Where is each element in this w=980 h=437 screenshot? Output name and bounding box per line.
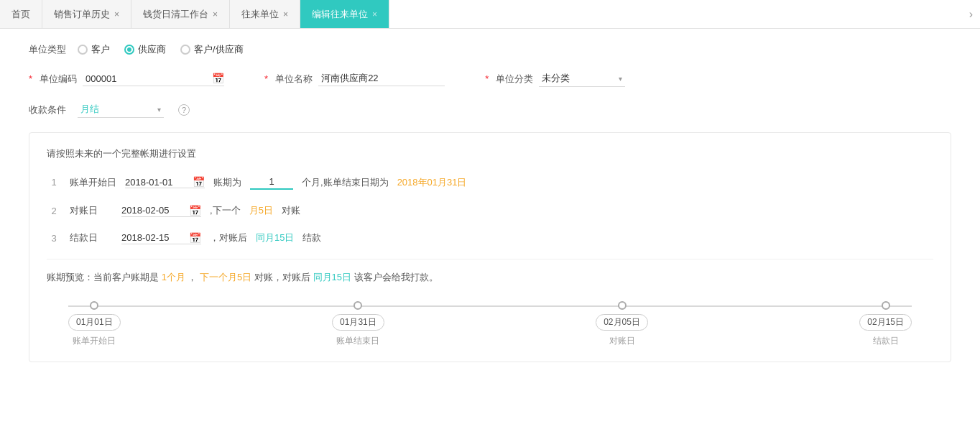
end-date-1: 2018年01月31日 — [397, 176, 467, 189]
node-label-1: 账单结束日 — [336, 335, 379, 347]
data-row-2: 2 对账日 📅 ,下一个 月5日 对账 — [47, 204, 933, 217]
chevron-down-icon-payment: ▾ — [157, 106, 161, 114]
tab-home[interactable]: 首页 — [0, 0, 42, 28]
desc-suffix-3: 结款 — [302, 231, 321, 244]
help-icon[interactable]: ? — [178, 104, 190, 116]
node-dot-0 — [90, 301, 98, 310]
close-icon[interactable]: × — [372, 9, 377, 19]
timeline-node-0: 01月01日 账单开始日 — [68, 301, 121, 347]
end-label-1: 个月,账单结束日期为 — [302, 176, 389, 189]
unit-name-input[interactable] — [318, 72, 445, 86]
unit-category-select[interactable]: 未分类 ▾ — [539, 70, 625, 87]
calendar-icon[interactable]: 📅 — [212, 73, 224, 84]
data-row-3: 3 结款日 📅 ，对账后 同月15日 结款 — [47, 231, 933, 244]
unit-details-row: * 单位编码 📅 * 单位名称 * 单位分类 未分类 ▾ — [29, 70, 951, 87]
radio-supplier[interactable]: 供应商 — [124, 43, 166, 56]
period-input[interactable] — [250, 175, 293, 190]
field-label-2: 对账日 — [70, 204, 113, 217]
tab-edit-partner-label: 编辑往来单位 — [312, 8, 368, 21]
unit-category-label: 单位分类 — [496, 73, 533, 86]
date-field-1[interactable] — [125, 177, 190, 188]
preview-part5: 该客户会给我打款。 — [354, 272, 438, 282]
node-label-3: 结款日 — [873, 335, 899, 347]
radio-circle-both — [180, 45, 190, 55]
required-mark: * — [29, 73, 32, 84]
node-label-2: 对账日 — [609, 335, 635, 347]
tab-partner-label: 往来单位 — [241, 8, 279, 21]
unit-code-group: * 单位编码 📅 — [29, 72, 224, 86]
row-num-1: 1 — [47, 177, 61, 188]
calendar-icon-1[interactable]: 📅 — [193, 176, 205, 188]
unit-code-input-wrapper: 📅 — [83, 72, 224, 86]
expand-button[interactable]: › — [962, 0, 980, 28]
tab-partner[interactable]: 往来单位 × — [230, 0, 300, 28]
expand-icon: › — [969, 8, 973, 21]
mid-label-1: 账期为 — [213, 176, 241, 189]
node-badge-3: 02月15日 — [859, 314, 912, 331]
timeline-container: 01月01日 账单开始日 01月31日 账单结束日 02月05日 对账日 — [47, 301, 933, 347]
field-label-3: 结款日 — [70, 231, 113, 244]
desc-highlight-3: 同月15日 — [256, 231, 294, 244]
node-badge-0: 01月01日 — [68, 314, 121, 331]
radio-customer-label: 客户 — [91, 43, 110, 56]
payment-value: 月结 — [80, 103, 153, 116]
preview-part4: 同月15日 — [313, 272, 351, 282]
tab-cash-work[interactable]: 钱货日清工作台 × — [131, 0, 230, 28]
tab-edit-partner[interactable]: 编辑往来单位 × — [300, 0, 389, 28]
unit-category-group: * 单位分类 未分类 ▾ — [485, 70, 625, 87]
date-field-3[interactable] — [121, 232, 186, 243]
tab-sales-history[interactable]: 销售订单历史 × — [42, 0, 131, 28]
close-icon[interactable]: × — [213, 9, 218, 19]
preview-label: 账期预览：当前客户账期是 — [47, 272, 159, 282]
node-label-0: 账单开始日 — [73, 335, 116, 347]
radio-customer[interactable]: 客户 — [78, 43, 110, 56]
date-input-2: 📅 — [121, 205, 201, 217]
date-field-2[interactable] — [121, 205, 186, 216]
timeline-node-1: 01月31日 账单结束日 — [332, 301, 384, 347]
radio-circle-customer — [78, 45, 88, 55]
chevron-down-icon: ▾ — [619, 75, 622, 83]
section-box: 请按照未来的一个完整帐期进行设置 1 账单开始日 📅 账期为 个月,账单结束日期… — [29, 132, 951, 362]
preview-section: 账期预览：当前客户账期是 1个月 ， 下一个月5日 对账，对账后 同月15日 该… — [47, 259, 933, 347]
node-badge-2: 02月05日 — [596, 314, 648, 331]
payment-select[interactable]: 月结 ▾ — [78, 101, 164, 118]
unit-name-group: * 单位名称 — [264, 72, 445, 86]
node-dot-2 — [618, 301, 627, 310]
section-title: 请按照未来的一个完整帐期进行设置 — [47, 147, 933, 160]
timeline-node-2: 02月05日 对账日 — [596, 301, 648, 347]
close-icon[interactable]: × — [283, 9, 288, 19]
date-input-3: 📅 — [121, 232, 201, 244]
unit-category-value: 未分类 — [542, 72, 614, 85]
desc-prefix-3: ，对账后 — [210, 231, 247, 244]
radio-both-label: 客户/供应商 — [194, 43, 244, 56]
data-row-1: 1 账单开始日 📅 账期为 个月,账单结束日期为 2018年01月31日 — [47, 175, 933, 190]
unit-code-label: 单位编码 — [40, 73, 77, 86]
unit-type-radio-group: 客户 供应商 客户/供应商 — [78, 43, 244, 56]
main-content: 单位类型 客户 供应商 客户/供应商 * 单位编码 📅 — [0, 29, 980, 437]
tab-cash-work-label: 钱货日清工作台 — [143, 8, 208, 21]
unit-type-row: 单位类型 客户 供应商 客户/供应商 — [29, 43, 951, 56]
field-label-1: 账单开始日 — [70, 176, 116, 189]
radio-circle-supplier — [124, 45, 134, 55]
radio-both[interactable]: 客户/供应商 — [180, 43, 244, 56]
radio-supplier-label: 供应商 — [138, 43, 166, 56]
preview-part3: 对账，对账后 — [254, 272, 310, 282]
calendar-icon-2[interactable]: 📅 — [189, 205, 201, 216]
tab-bar: 首页 销售订单历史 × 钱货日清工作台 × 往来单位 × 编辑往来单位 × › — [0, 0, 980, 29]
preview-text: 账期预览：当前客户账期是 1个月 ， 下一个月5日 对账，对账后 同月15日 该… — [47, 271, 933, 284]
tab-sales-history-label: 销售订单历史 — [54, 8, 110, 21]
close-icon[interactable]: × — [114, 9, 119, 19]
timeline-node-3: 02月15日 结款日 — [859, 301, 912, 347]
unit-code-input[interactable] — [83, 72, 209, 86]
timeline-nodes: 01月01日 账单开始日 01月31日 账单结束日 02月05日 对账日 — [68, 301, 912, 347]
calendar-icon-3[interactable]: 📅 — [189, 232, 201, 244]
unit-name-label: 单位名称 — [275, 73, 313, 86]
row-num-3: 3 — [47, 233, 61, 244]
date-input-1: 📅 — [125, 176, 205, 188]
required-mark-cat: * — [485, 73, 489, 84]
row-num-2: 2 — [47, 206, 61, 216]
node-dot-3 — [882, 301, 890, 310]
payment-row: 收款条件 月结 ▾ ? — [29, 101, 951, 118]
preview-part2: 下一个月5日 — [200, 272, 251, 282]
unit-type-label: 单位类型 — [29, 43, 66, 56]
